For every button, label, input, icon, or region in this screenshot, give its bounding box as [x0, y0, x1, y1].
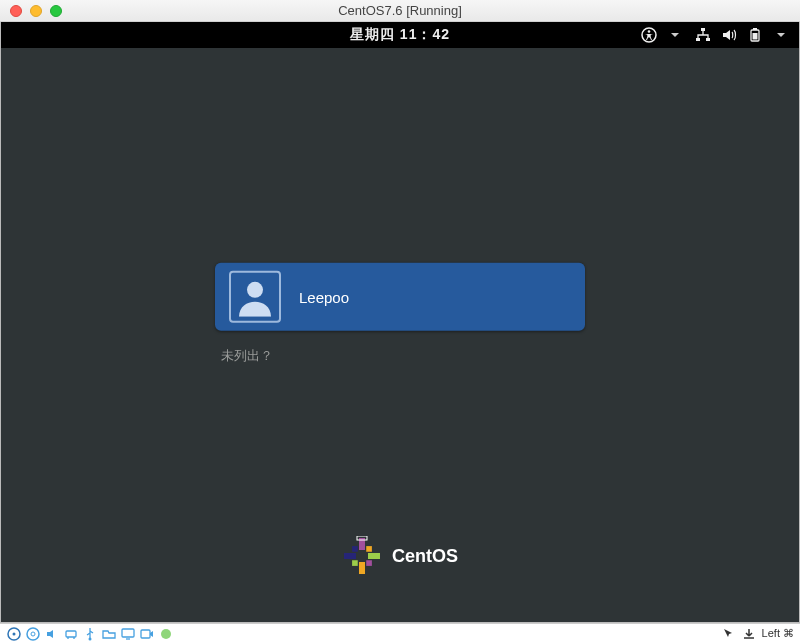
svg-point-22	[161, 629, 171, 639]
user-name-label: Leepoo	[299, 288, 349, 305]
centos-brand: CentOS	[342, 536, 458, 576]
shared-folder-icon[interactable]	[101, 626, 117, 642]
avatar	[229, 271, 281, 323]
svg-rect-12	[359, 562, 365, 574]
chevron-down-icon	[667, 27, 683, 43]
clock[interactable]: 星期四 11：42	[350, 26, 450, 44]
window-title: CentOS7.6 [Running]	[0, 3, 800, 18]
vm-screen: 星期四 11：42	[0, 22, 800, 623]
svg-rect-7	[753, 33, 758, 40]
mouse-integration-icon[interactable]	[720, 626, 736, 642]
svg-rect-18	[66, 631, 76, 637]
optical-icon[interactable]	[25, 626, 41, 642]
gnome-status-area	[641, 22, 789, 48]
host-status-bar: Left ⌘	[0, 623, 800, 643]
svg-rect-3	[696, 38, 700, 41]
user-select-button[interactable]: Leepoo	[215, 263, 585, 331]
mac-titlebar: CentOS7.6 [Running]	[0, 0, 800, 22]
usb-icon[interactable]	[82, 626, 98, 642]
vm-state-icon[interactable]	[158, 626, 174, 642]
volume-icon	[721, 27, 737, 43]
recording-icon[interactable]	[139, 626, 155, 642]
svg-rect-11	[368, 553, 380, 559]
svg-point-1	[648, 30, 651, 33]
user-icon	[235, 277, 275, 317]
not-listed-link[interactable]: 未列出？	[221, 347, 273, 365]
display-icon[interactable]	[120, 626, 136, 642]
accessibility-icon	[641, 27, 657, 43]
hdd-icon[interactable]	[6, 626, 22, 642]
network-icon	[695, 27, 711, 43]
svg-rect-21	[141, 630, 150, 638]
svg-rect-2	[701, 28, 705, 31]
chevron-down-icon	[773, 27, 789, 43]
gnome-top-bar: 星期四 11：42	[1, 22, 799, 48]
brand-name: CentOS	[392, 546, 458, 567]
svg-point-17	[31, 632, 35, 636]
battery-icon	[747, 27, 763, 43]
host-key-label: Left ⌘	[762, 627, 794, 640]
svg-rect-4	[706, 38, 710, 41]
login-panel: Leepoo 未列出？	[215, 263, 585, 365]
network-adapter-icon[interactable]	[63, 626, 79, 642]
svg-rect-20	[122, 629, 134, 637]
centos-logo-icon	[342, 536, 382, 576]
svg-point-8	[247, 282, 263, 298]
keyboard-capture-icon[interactable]	[741, 626, 757, 642]
svg-point-19	[89, 637, 92, 640]
accessibility-menu[interactable]	[641, 27, 683, 43]
system-menu[interactable]	[695, 27, 789, 43]
svg-rect-6	[753, 28, 757, 30]
svg-point-15	[13, 632, 16, 635]
audio-icon[interactable]	[44, 626, 60, 642]
svg-rect-13	[344, 553, 356, 559]
